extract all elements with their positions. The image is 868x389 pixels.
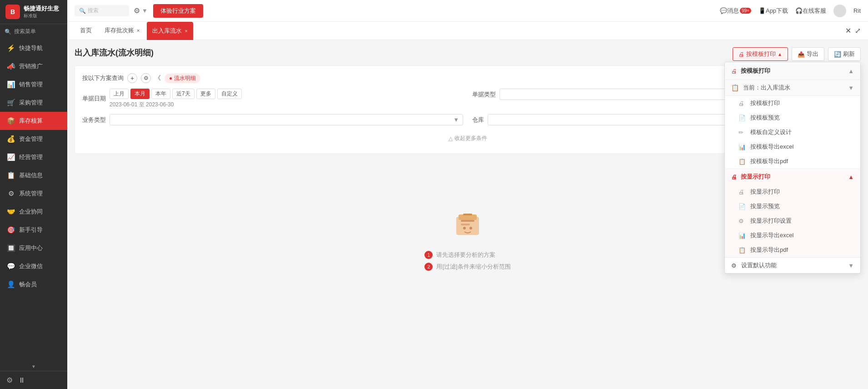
search-icon: 🔍 xyxy=(79,8,86,14)
sidebar-item-app-center[interactable]: 🔲 应用中心 xyxy=(0,239,67,257)
sidebar-logo: B 畅捷通好生意 标准版 xyxy=(0,0,67,24)
close-tab-icon[interactable]: ✕ xyxy=(845,26,851,35)
date-btn-recent-7days[interactable]: 近7天 xyxy=(172,89,195,99)
search-icon: 🔍 xyxy=(5,29,11,35)
sidebar: B 畅捷通好生意 标准版 🔍 搜索菜单 ⚡ 快捷导航 📣 营销推广 📊 销售管理… xyxy=(0,0,67,389)
sidebar-search[interactable]: 🔍 搜索菜单 xyxy=(0,24,67,39)
sidebar-item-guide[interactable]: 🎯 新手引导 xyxy=(0,221,67,239)
export-icon: 📤 xyxy=(798,51,805,58)
app-download[interactable]: 📱 App下载 xyxy=(758,7,788,15)
date-btn-current-month[interactable]: 本月 xyxy=(130,89,150,99)
chevron-up-icon[interactable]: ▲ xyxy=(848,68,854,75)
display-preview-btn[interactable]: 📄 按显示预览 xyxy=(725,199,860,214)
tab-home[interactable]: 首页 xyxy=(75,22,97,40)
template-export-excel-btn[interactable]: 📊 按模板导出excel xyxy=(725,140,860,154)
system-icon: ⚙ xyxy=(6,189,15,198)
topbar: 🔍 搜索 ⚙ ▼ 体验行业方案 💬 消息 99+ 📱 App下载 🎧 在线客服 … xyxy=(67,0,868,22)
date-btn-custom[interactable]: 自定义 xyxy=(217,89,242,99)
chevron-down-icon: ▼ xyxy=(453,116,459,123)
filter-tag-icon: ● xyxy=(169,75,172,81)
filter-setting-btn[interactable]: ⚙ xyxy=(141,73,151,83)
sidebar-item-purchase[interactable]: 🛒 采购管理 xyxy=(0,94,67,112)
date-btn-prev-month[interactable]: 上月 xyxy=(110,89,129,99)
sidebar-item-inventory[interactable]: 📦 库存核算 xyxy=(0,112,67,130)
enterprise-icon: 🤝 xyxy=(6,207,15,216)
sidebar-item-operations[interactable]: 📈 经营管理 xyxy=(0,148,67,166)
empty-step-1: 1 请先选择要分析的方案 xyxy=(424,251,510,259)
tab-controls: ✕ ⤢ xyxy=(845,26,861,35)
sidebar-item-sales[interactable]: 📊 销售管理 xyxy=(0,75,67,94)
sidebar-item-marketing[interactable]: 📣 营销推广 xyxy=(0,57,67,75)
dropdown-arrow-icon[interactable]: ▼ xyxy=(142,7,148,14)
basic-icon: 📋 xyxy=(6,171,15,180)
tabs: 首页 库存批次账 × 出入库流水 × ✕ ⤢ xyxy=(67,22,868,40)
template-preview-btn[interactable]: 📄 按模板预览 xyxy=(725,110,860,125)
empty-illustration xyxy=(449,205,486,242)
display-print-settings-btn[interactable]: ⚙ 按显示打印设置 xyxy=(725,214,860,228)
date-btn-current-year[interactable]: 本年 xyxy=(151,89,170,99)
message-badge[interactable]: 💬 消息 99+ xyxy=(720,7,751,15)
maximize-icon[interactable]: ⤢ xyxy=(855,26,861,35)
current-template-info: 📋 当前：出入库流水 ▼ xyxy=(725,80,860,96)
online-service[interactable]: 🎧 在线客服 xyxy=(795,7,826,15)
filter-business-select[interactable]: ▼ xyxy=(110,114,463,125)
sidebar-item-label: 应用中心 xyxy=(19,244,43,252)
display-export-excel-btn[interactable]: 📊 按显示导出excel xyxy=(725,228,860,243)
filter-date-btns: 上月 本月 本年 近7天 更多 自定义 xyxy=(110,89,242,99)
sidebar-item-system[interactable]: ⚙ 系统管理 xyxy=(0,185,67,203)
print-template-btn[interactable]: 🖨 按模板打印 ▲ xyxy=(733,47,788,61)
tab-flow[interactable]: 出入库流水 × xyxy=(147,22,193,40)
refresh-btn[interactable]: 🔄 刷新 xyxy=(828,47,861,61)
industry-btn[interactable]: 体验行业方案 xyxy=(153,4,203,18)
set-default-btn[interactable]: ⚙ 设置默认功能 ▼ xyxy=(725,257,860,273)
tab-batch-ledger[interactable]: 库存批次账 × xyxy=(99,22,145,40)
sidebar-item-label: 畅会员 xyxy=(19,280,37,289)
filter-collapse-btn[interactable]: 《 xyxy=(155,74,161,82)
settings-icon[interactable]: ⚙ xyxy=(6,376,13,384)
marketing-icon: 📣 xyxy=(6,62,15,71)
sidebar-item-label: 采购管理 xyxy=(19,99,43,107)
sidebar-item-quick-nav[interactable]: ⚡ 快捷导航 xyxy=(0,39,67,57)
empty-step-2: 2 用[过滤]条件来缩小分析范围 xyxy=(424,263,510,271)
template-custom-btn[interactable]: ✏ 模板自定义设计 xyxy=(725,125,860,140)
chevron-up-icon: ▲ xyxy=(848,174,854,180)
sidebar-item-finance[interactable]: 💰 资金管理 xyxy=(0,130,67,148)
print-header-icon: 🖨 xyxy=(731,68,737,75)
display-section: 🖨 按显示打印 ▲ 🖨 按显示打印 📄 按显示预览 ⚙ 按显示打印设置 xyxy=(725,169,860,257)
display-section-header[interactable]: 🖨 按显示打印 ▲ xyxy=(725,169,860,185)
tab-close-batch[interactable]: × xyxy=(137,28,140,33)
display-print-btn[interactable]: 🖨 按显示打印 xyxy=(725,185,860,199)
sidebar-item-enterprise[interactable]: 🤝 企业协同 xyxy=(0,203,67,221)
sidebar-item-label: 新手引导 xyxy=(19,226,43,234)
sidebar-item-member[interactable]: 👤 畅会员 xyxy=(0,275,67,294)
template-export-pdf-btn[interactable]: 📋 按模板导出pdf xyxy=(725,154,860,169)
page-content: 出入库流水(流水明细) 🖨 按模板打印 ▲ 📤 导出 🔄 刷新 按以下方案查询 … xyxy=(67,40,868,389)
template-print-btn[interactable]: 🖨 按模板打印 xyxy=(725,96,860,110)
quick-nav-icon: ⚡ xyxy=(6,44,15,53)
sidebar-item-label: 企业协同 xyxy=(19,208,43,216)
svg-rect-4 xyxy=(461,224,470,225)
sidebar-item-wechat[interactable]: 💬 企业微信 xyxy=(0,257,67,275)
printer-icon: 🖨 xyxy=(738,189,746,195)
sidebar-item-basic[interactable]: 📋 基础信息 xyxy=(0,166,67,185)
topbar-search[interactable]: 🔍 搜索 xyxy=(75,5,129,16)
purchase-icon: 🛒 xyxy=(6,98,15,107)
toggle-icon[interactable]: ⏸ xyxy=(18,376,25,384)
tab-close-flow[interactable]: × xyxy=(185,28,187,34)
excel-icon: 📊 xyxy=(738,144,746,150)
gear-icon[interactable]: ⚙ xyxy=(134,6,140,15)
export-btn[interactable]: 📤 导出 xyxy=(792,47,824,61)
app-icon: 📱 xyxy=(758,7,766,14)
display-export-pdf-btn[interactable]: 📋 按显示导出pdf xyxy=(725,243,860,257)
logo-text: 畅捷通好生意 标准版 xyxy=(24,5,59,19)
chevron-up-icon: ▲ xyxy=(778,52,782,57)
message-icon: 💬 xyxy=(720,7,727,14)
filter-date-group: 上月 本月 本年 近7天 更多 自定义 2023-06-01 至 2023-06… xyxy=(110,89,242,109)
sidebar-item-label: 营销推广 xyxy=(19,62,43,70)
date-btn-more[interactable]: 更多 xyxy=(196,89,215,99)
svg-rect-3 xyxy=(461,220,474,222)
logo-icon: B xyxy=(5,5,20,19)
filter-add-btn[interactable]: + xyxy=(127,73,137,83)
filter-date-item: 单据日期 上月 本月 本年 近7天 更多 自定义 2023-06-01 至 20… xyxy=(82,89,463,109)
avatar[interactable] xyxy=(833,5,846,17)
